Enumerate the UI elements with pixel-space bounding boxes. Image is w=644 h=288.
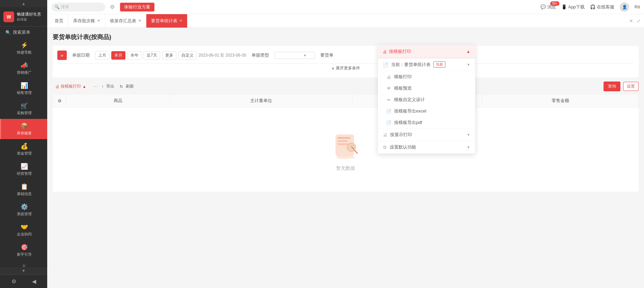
- dropdown-display-arrow[interactable]: ▼: [467, 133, 470, 137]
- date-range: 2023-06-01 至 2023-06-30: [199, 53, 246, 58]
- dropdown-display-header[interactable]: 🖨 按显示打印 ▼: [378, 129, 475, 141]
- svg-text:🔍: 🔍: [350, 145, 354, 150]
- tab-expand-window-btn[interactable]: ⤢: [636, 18, 641, 24]
- dropdown-default-left: ⚙ 设置默认功能: [383, 144, 416, 150]
- sidebar-item-basic-info[interactable]: 📋 基础信息: [0, 180, 47, 200]
- dropdown-header: 🖨 按模板打印 ▲: [378, 45, 475, 58]
- topbar: 🔍 搜索 ⚙ 体验行业方案 💬 消息 99+ 📱 App下载 🎧 在线客服 👤: [47, 0, 644, 14]
- dropdown-item-template-print[interactable]: 🖨 模板打印: [378, 71, 475, 83]
- query-btn[interactable]: 查询: [604, 82, 620, 91]
- th-settings[interactable]: ⚙: [53, 94, 66, 107]
- tab-receivables[interactable]: 收发存汇总表 ✕: [105, 14, 146, 28]
- dropdown-item-template-excel-label: 按模板导出excel: [394, 108, 426, 114]
- page-title: 要货单统计表(按商品): [53, 33, 639, 41]
- sidebar-item-enterprise[interactable]: 🤝 企业协同: [0, 220, 47, 240]
- dropdown-collapse-arrow[interactable]: ▲: [466, 49, 470, 54]
- export-label[interactable]: 导出: [106, 84, 114, 89]
- operations-icon: 📈: [21, 163, 28, 170]
- messages-badge: 99+: [550, 1, 559, 6]
- topbar-trial-btn[interactable]: 体验行业方案: [120, 3, 154, 11]
- dropdown-current-doc-icon: 📄: [383, 62, 388, 67]
- sidebar: ▲ W 畅捷通好生意 标准版 🔍 搜索菜单 ⚡ 快捷导航 📣 营销推广 📊 销售…: [0, 0, 47, 288]
- filter-type-select[interactable]: ▼: [274, 52, 315, 59]
- toolbar-dots[interactable]: ···: [92, 84, 99, 90]
- expand-more-btn[interactable]: ∨ 展开更多条件: [57, 63, 634, 73]
- sidebar-item-sales[interactable]: 📊 销售管理: [0, 78, 47, 99]
- dropdown-display-icon: 🖨: [383, 132, 387, 137]
- filter-type-arrow: ▼: [303, 54, 306, 57]
- enterprise-icon: 🤝: [21, 223, 28, 231]
- sidebar-collapse-btn[interactable]: ◀: [32, 278, 36, 285]
- template-pdf-icon: 📄: [386, 120, 391, 125]
- sidebar-item-quick-nav[interactable]: ⚡ 快捷导航: [0, 38, 47, 58]
- sidebar-item-inventory[interactable]: 📦 库存核算: [0, 119, 47, 139]
- online-service-label: 在线客服: [597, 4, 614, 10]
- search-icon: 🔍: [5, 30, 11, 35]
- topbar-search-placeholder: 搜索: [61, 4, 69, 10]
- dropdown-item-template-pdf[interactable]: 📄 按模板导出pdf: [378, 117, 475, 128]
- sidebar-item-purchase[interactable]: 🛒 采购管理: [0, 99, 47, 119]
- logo-sub: 标准版: [17, 17, 41, 22]
- sidebar-scroll-down[interactable]: ▼: [0, 267, 47, 275]
- topbar-left: 🔍 搜索 ⚙ 体验行业方案: [51, 3, 154, 11]
- sidebar-settings-btn[interactable]: ⚙: [11, 278, 16, 285]
- dropdown-default-arrow[interactable]: ▼: [467, 145, 470, 149]
- dropdown-display-left: 🖨 按显示打印: [383, 132, 412, 138]
- tab-receivables-label: 收发存汇总表: [110, 18, 136, 24]
- dropdown-current-section: 📄 当前：要货单统计表 当前 ▼: [378, 58, 475, 71]
- dropdown-current-header[interactable]: 📄 当前：要货单统计表 当前 ▼: [378, 58, 475, 71]
- online-service-icon: 🎧: [590, 4, 595, 9]
- logo-text: 畅捷通好生意: [17, 12, 41, 17]
- date-btn-current-month[interactable]: 本月: [111, 51, 125, 60]
- tab-order-stats-close[interactable]: ✕: [179, 19, 182, 23]
- dropdown-current-arrow[interactable]: ▼: [467, 63, 470, 67]
- sidebar-item-system[interactable]: ⚙️ 系统管理: [0, 200, 47, 220]
- svg-rect-4: [338, 143, 349, 145]
- tab-close-window-btn[interactable]: ✕: [628, 18, 634, 24]
- toolbar-print-btn[interactable]: 🖨 按模板打印 ▲: [53, 82, 89, 91]
- sidebar-item-operations[interactable]: 📈 经营管理: [0, 159, 47, 180]
- sidebar-item-guide[interactable]: 🎯 新手引导: [0, 240, 47, 260]
- date-btn-last7[interactable]: 近7天: [144, 51, 160, 60]
- toolbar-left: 🖨 按模板打印 ▲ ··· ↑ 导出 ↻ 刷新: [53, 82, 134, 91]
- tab-order-stats[interactable]: 要货单统计表 ✕: [146, 14, 187, 28]
- table-header-row: ⚙ 商品 主计量单位 主数量 零售金额: [53, 94, 639, 107]
- tab-home[interactable]: 首页: [50, 14, 68, 28]
- tab-inventory-batch[interactable]: 库存批次账 ✕: [68, 14, 105, 28]
- dropdown-item-template-design[interactable]: ✏ 模板自定义设计: [378, 94, 475, 105]
- sidebar-item-label: 系统管理: [17, 212, 32, 217]
- export-icon: ↑: [101, 84, 104, 89]
- sidebar-search-btn[interactable]: 🔍 搜索菜单: [0, 27, 47, 38]
- filter-toggle-btn[interactable]: »: [57, 51, 67, 60]
- date-btn-more[interactable]: 更多: [162, 51, 176, 60]
- refresh-label[interactable]: 刷新: [126, 84, 134, 89]
- sidebar-item-label: 企业协同: [17, 232, 32, 237]
- topbar-search[interactable]: 🔍 搜索: [51, 3, 105, 11]
- topbar-avatar[interactable]: 👤: [620, 2, 629, 12]
- filter-card: » 单据日期 上月 本月 本年 近7天 更多 自定义 2023-06-01 至 …: [53, 46, 639, 77]
- topbar-online-service[interactable]: 🎧 在线客服: [590, 4, 614, 10]
- date-btn-prev-month[interactable]: 上月: [95, 51, 109, 60]
- purchase-icon: 🛒: [21, 102, 28, 109]
- dropdown-item-template-design-label: 模板自定义设计: [394, 97, 425, 103]
- date-btn-current-year[interactable]: 本年: [127, 51, 142, 60]
- topbar-app-download[interactable]: 📱 App下载: [561, 4, 585, 10]
- filter-date-label: 单据日期: [72, 52, 90, 58]
- date-btn-custom[interactable]: 自定义: [178, 51, 197, 60]
- sidebar-item-finance[interactable]: 💰 资金管理: [0, 139, 47, 159]
- dropdown-item-template-preview[interactable]: 👁 模板预览: [378, 83, 475, 94]
- dropdown-item-template-preview-label: 模板预览: [394, 85, 412, 91]
- sidebar-scroll-up[interactable]: ▲: [0, 0, 47, 7]
- sidebar-item-apps[interactable]: 📱 应用中心: [0, 260, 47, 267]
- dropdown-template-section: 🖨 模板打印 👁 模板预览 ✏ 模板自定义设计 📄 按模板导出excel 📄 按…: [378, 71, 475, 129]
- dropdown-default-header[interactable]: ⚙ 设置默认功能 ▼: [378, 141, 475, 153]
- topbar-gear-icon[interactable]: ⚙: [110, 4, 115, 10]
- table-empty-row: 🔍 暂无数据: [53, 107, 639, 192]
- dropdown-item-template-excel[interactable]: 📄 按模板导出excel: [378, 105, 475, 117]
- tab-inventory-batch-close[interactable]: ✕: [97, 19, 100, 23]
- tab-receivables-close[interactable]: ✕: [138, 19, 141, 23]
- sidebar-item-marketing[interactable]: 📣 营销推广: [0, 58, 47, 78]
- th-product: 商品: [66, 94, 170, 107]
- settings-btn[interactable]: 设置: [623, 82, 639, 91]
- topbar-messages[interactable]: 💬 消息 99+: [540, 4, 556, 10]
